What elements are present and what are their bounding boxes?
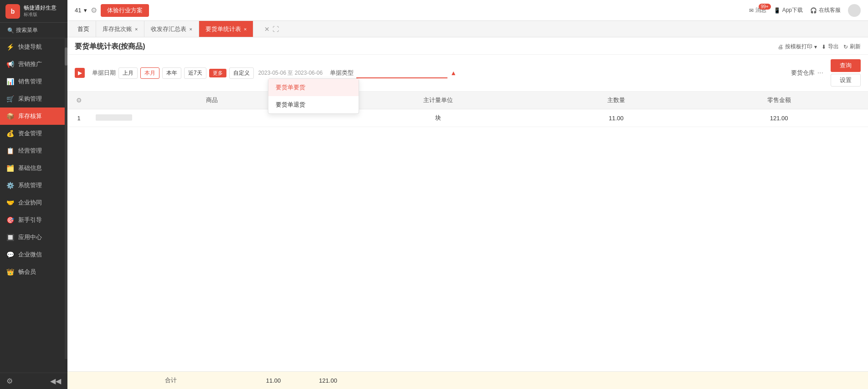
sidebar-item-marketing[interactable]: 📢 营销推广 — [0, 56, 67, 73]
user-avatar[interactable] — [848, 4, 861, 17]
inventory-icon: 📦 — [5, 113, 15, 120]
app-download-btn[interactable]: 📱 App下载 — [774, 6, 803, 14]
sidebar-item-quick-nav[interactable]: ⚡ 快捷导航 — [0, 38, 67, 56]
message-badge: 99+ — [759, 4, 771, 10]
warehouse-filter-dots[interactable]: ··· — [817, 69, 823, 77]
sidebar-item-label: 企业协同 — [18, 199, 42, 207]
sidebar-item-purchase[interactable]: 🛒 采购管理 — [0, 90, 67, 107]
store-selector[interactable]: 41 ▾ — [75, 7, 87, 14]
sidebar-item-label: 营销推广 — [18, 60, 42, 68]
collapse-icon[interactable]: ◀◀ — [50, 377, 61, 385]
filter-bar: ▶ 单据日期 上月 本月 本年 近7天 更多 自定义 2023-05-06 至 … — [67, 55, 868, 92]
print-dropdown-icon: ▾ — [814, 44, 817, 50]
page-header: 要货单统计表(按商品) 🖨 按模板打印 ▾ ⬇ 导出 ↻ 刷新 — [67, 37, 868, 55]
sidebar-item-beginner[interactable]: 🎯 新手引导 — [0, 211, 67, 229]
sidebar-item-label: 系统管理 — [18, 181, 42, 189]
tab-order-summary[interactable]: 要货单统计表 × — [199, 21, 253, 37]
tab-home[interactable]: 首页 — [71, 21, 96, 37]
marketing-icon: 📢 — [5, 61, 15, 68]
tab-order-summary-close[interactable]: × — [244, 26, 247, 32]
date-this-month-btn[interactable]: 本月 — [140, 67, 159, 79]
cell-index: 1 — [67, 109, 90, 127]
online-service-btn[interactable]: 🎧 在线客服 — [810, 6, 841, 14]
footer-total-label: 合计 — [96, 376, 246, 384]
print-label: 按模板打印 — [785, 43, 812, 51]
tabs-bar: 首页 库存批次账 × 收发存汇总表 × 要货单统计表 × ✕ ⛶ — [67, 21, 868, 37]
footer-qty: 11.00 — [246, 377, 301, 384]
date-custom-btn[interactable]: 自定义 — [229, 67, 254, 79]
refresh-label: 刷新 — [850, 43, 861, 51]
date-range-display: 2023-05-06 至 2023-06-06 — [258, 69, 323, 77]
sidebar-footer: ⚙ ◀◀ — [0, 373, 67, 389]
tab-receivable-summary[interactable]: 收发存汇总表 × — [144, 21, 199, 37]
quick-nav-icon: ⚡ — [5, 43, 15, 51]
operations-icon: 📋 — [5, 147, 15, 154]
filter-settings-btn[interactable]: 设置 — [831, 74, 861, 87]
expand-tab-icon[interactable]: ⛶ — [272, 26, 279, 33]
date-this-year-btn[interactable]: 本年 — [162, 67, 181, 79]
table-row: 1 块 11.00 121.00 — [67, 109, 868, 127]
refresh-btn[interactable]: ↻ 刷新 — [843, 43, 861, 51]
app-center-icon: 🔲 — [5, 234, 15, 241]
sidebar-item-label: 新手引导 — [18, 216, 42, 224]
sidebar-item-label: 销售管理 — [18, 77, 42, 86]
close-all-tabs-icon[interactable]: ✕ — [264, 26, 270, 33]
sidebar-item-label: 畅会员 — [18, 268, 36, 276]
sidebar-item-app-center[interactable]: 🔲 应用中心 — [0, 229, 67, 246]
message-btn[interactable]: ✉ 消息 99+ — [749, 6, 766, 14]
date-more-btn[interactable]: 更多 — [209, 69, 226, 77]
export-btn[interactable]: ⬇ 导出 — [822, 43, 839, 51]
sidebar-item-member[interactable]: 👑 畅会员 — [0, 263, 67, 281]
filter-toggle-btn[interactable]: ▶ — [75, 68, 85, 78]
type-filter-arrow[interactable]: ▲ — [450, 69, 457, 77]
date-filter-label: 单据日期 — [92, 69, 116, 77]
export-icon: ⬇ — [822, 44, 826, 50]
tab-order-summary-label: 要货单统计表 — [205, 25, 241, 33]
wechat-icon: 💬 — [5, 251, 15, 258]
date-last-7-btn[interactable]: 近7天 — [184, 67, 206, 79]
settings-footer-icon[interactable]: ⚙ — [6, 377, 13, 385]
sidebar-item-enterprise[interactable]: 🤝 企业协同 — [0, 194, 67, 211]
topbar-settings-icon[interactable]: ⚙ — [91, 6, 97, 15]
purchase-icon: 🛒 — [5, 95, 15, 102]
print-btn[interactable]: 🖨 按模板打印 ▾ — [778, 43, 817, 51]
cell-qty: 11.00 — [542, 109, 690, 127]
query-btn[interactable]: 查询 — [831, 59, 861, 72]
column-settings-icon[interactable]: ⚙ — [76, 97, 82, 104]
logo-sub: 标准版 — [24, 11, 56, 18]
col-amount-label: 零售金额 — [767, 97, 791, 103]
sidebar-item-sales[interactable]: 📊 销售管理 — [0, 73, 67, 90]
dropdown-item-purchase-label: 要货单要货 — [276, 84, 305, 91]
sidebar-item-operations[interactable]: 📋 经营管理 — [0, 142, 67, 159]
sidebar-item-label: 库存核算 — [18, 112, 42, 120]
dropdown-item-order-return[interactable]: 要货单退货 — [268, 96, 359, 113]
sidebar-item-label: 基础信息 — [18, 164, 42, 172]
logo-name: 畅捷通好生意 — [24, 5, 56, 12]
type-filter-input[interactable] — [356, 68, 447, 78]
sidebar-search[interactable]: 🔍 搜索菜单 — [0, 23, 67, 38]
tab-batch-account-close[interactable]: × — [135, 26, 138, 32]
tab-batch-account[interactable]: 库存批次账 × — [96, 21, 144, 37]
sidebar: b 畅捷通好生意 标准版 🔍 搜索菜单 ⚡ 快捷导航 📢 营销推广 📊 销售管理… — [0, 0, 67, 389]
topbar-right: ✉ 消息 99+ 📱 App下载 🎧 在线客服 — [749, 4, 861, 17]
sales-icon: 📊 — [5, 78, 15, 85]
sidebar-item-wechat[interactable]: 💬 企业微信 — [0, 246, 67, 263]
type-dropdown: 要货单要货 要货单退货 — [268, 78, 359, 114]
system-icon: ⚙️ — [5, 182, 15, 189]
topbar: 41 ▾ ⚙ 体验行业方案 ✉ 消息 99+ 📱 App下载 🎧 在线客服 — [67, 0, 868, 21]
tab-receivable-summary-label: 收发存汇总表 — [151, 25, 186, 33]
topbar-left: 41 ▾ ⚙ 体验行业方案 — [75, 4, 149, 17]
refresh-icon: ↻ — [843, 44, 848, 50]
trial-btn[interactable]: 体验行业方案 — [101, 4, 149, 17]
sidebar-item-system[interactable]: ⚙️ 系统管理 — [0, 177, 67, 194]
tab-receivable-summary-close[interactable]: × — [189, 26, 192, 32]
member-icon: 👑 — [5, 268, 15, 276]
date-last-month-btn[interactable]: 上月 — [118, 67, 138, 79]
sidebar-item-label: 资金管理 — [18, 129, 42, 138]
col-settings: ⚙ — [67, 92, 90, 109]
sidebar-item-basic-info[interactable]: 🗂️ 基础信息 — [0, 159, 67, 177]
logo-icon: b — [5, 4, 20, 19]
dropdown-item-order-purchase[interactable]: 要货单要货 — [268, 79, 359, 96]
sidebar-item-inventory[interactable]: 📦 库存核算 — [0, 107, 67, 125]
sidebar-item-finance[interactable]: 💰 资金管理 — [0, 125, 67, 142]
